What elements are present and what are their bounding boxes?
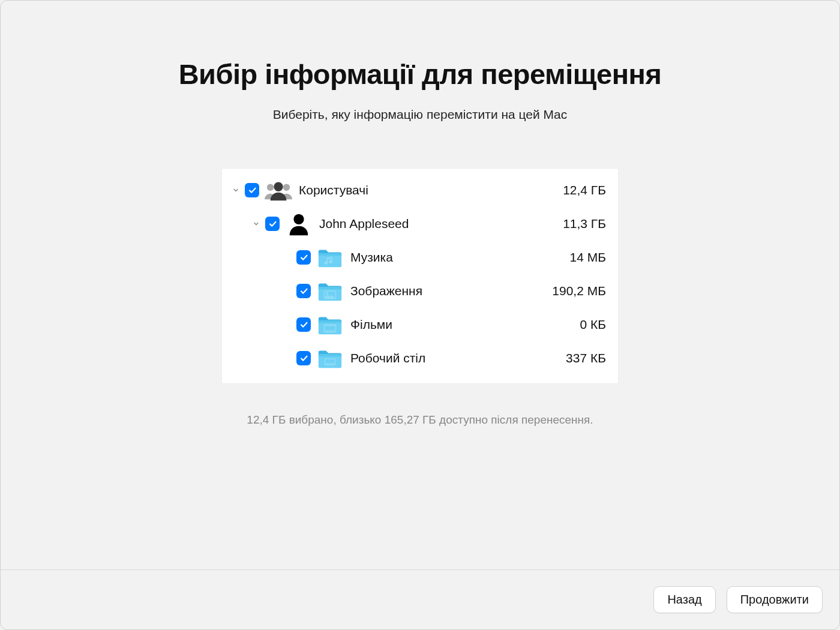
row-label: Фільми — [350, 317, 580, 332]
tree-row-movies[interactable]: Фільми 0 КБ — [230, 308, 610, 341]
tree-row-user[interactable]: John Appleseed 11,3 ГБ — [230, 207, 610, 241]
row-size: 0 КБ — [580, 317, 610, 332]
folder-pictures-icon — [316, 278, 344, 304]
row-label: Музика — [350, 250, 570, 265]
row-label: John Appleseed — [319, 217, 563, 231]
back-button[interactable]: Назад — [653, 586, 715, 613]
checkbox-desktop[interactable] — [296, 351, 311, 365]
selection-tree: Користувачі 12,4 ГБ John Appleseed 11,3 … — [222, 169, 618, 383]
page-subtitle: Виберіть, яку інформацію перемістити на … — [273, 107, 568, 122]
page-title: Вибір інформації для переміщення — [179, 58, 662, 91]
tree-row-users[interactable]: Користувачі 12,4 ГБ — [230, 173, 610, 207]
tree-row-pictures[interactable]: Зображення 190,2 МБ — [230, 274, 610, 308]
checkbox-movies[interactable] — [296, 317, 311, 332]
row-size: 12,4 ГБ — [563, 183, 610, 197]
folder-desktop-icon — [316, 345, 344, 371]
status-text: 12,4 ГБ вибрано, близько 165,27 ГБ досту… — [247, 413, 593, 427]
folder-music-icon — [316, 244, 344, 271]
checkbox-pictures[interactable] — [296, 284, 311, 298]
folder-movies-icon — [316, 311, 344, 338]
footer-bar: Назад Продовжити — [1, 569, 839, 629]
row-label: Користувачі — [299, 183, 563, 197]
tree-row-desktop[interactable]: Робочий стіл 337 КБ — [230, 341, 610, 375]
checkbox-user[interactable] — [265, 217, 280, 231]
row-label: Зображення — [350, 284, 552, 298]
continue-button[interactable]: Продовжити — [727, 586, 823, 613]
tree-row-music[interactable]: Музика 14 МБ — [230, 241, 610, 274]
row-size: 190,2 МБ — [552, 284, 610, 298]
chevron-down-icon[interactable] — [230, 185, 241, 196]
checkbox-music[interactable] — [296, 250, 311, 265]
row-size: 11,3 ГБ — [563, 217, 610, 231]
row-size: 337 КБ — [566, 351, 610, 365]
row-size: 14 МБ — [570, 250, 610, 265]
person-icon — [284, 211, 313, 237]
checkbox-users[interactable] — [245, 183, 259, 197]
chevron-down-icon[interactable] — [251, 218, 262, 229]
users-icon — [264, 177, 293, 203]
row-label: Робочий стіл — [350, 351, 566, 365]
